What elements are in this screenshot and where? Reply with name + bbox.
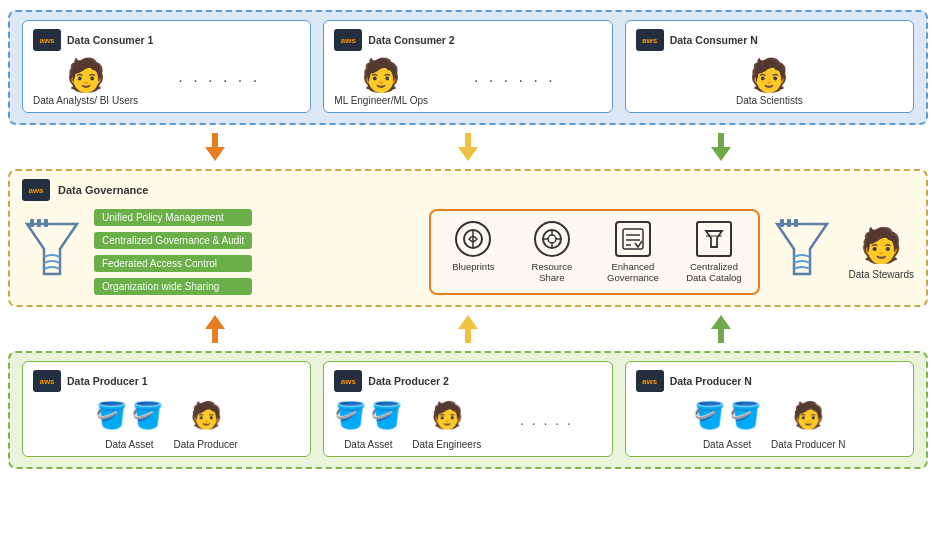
producer-1-person-icon: 🧑 xyxy=(190,400,222,431)
enhanced-governance-label: Enhanced Governance xyxy=(600,261,665,283)
producer-box-2: aws Data Producer 2 🪣 🪣 Data Asset 🧑 Dat… xyxy=(323,361,612,457)
consumer-n-person-icon: 🧑 xyxy=(749,59,789,91)
arrows-down-row xyxy=(8,133,928,161)
data-stewards-icon: 🧑 xyxy=(860,225,902,265)
arrow-down-2 xyxy=(458,133,478,161)
producers-inner: aws Data Producer 1 🪣 🪣 Data Asset 🧑 Dat… xyxy=(22,361,914,457)
arrow-up-2 xyxy=(458,315,478,343)
diagram-wrapper: aws Data Consumer 1 🧑 Data Analysts/ BI … xyxy=(8,10,928,469)
governance-title: Data Governance xyxy=(58,184,148,196)
svg-marker-15 xyxy=(706,231,722,247)
aws-badge-consumer-n: aws xyxy=(636,29,664,51)
bucket-icon-nb: 🪣 xyxy=(729,400,761,431)
producer-n-title: Data Producer N xyxy=(670,375,752,387)
producer-box-1: aws Data Producer 1 🪣 🪣 Data Asset 🧑 Dat… xyxy=(22,361,311,457)
producer-2-buckets: 🪣 🪣 xyxy=(334,400,402,431)
svg-rect-18 xyxy=(780,219,784,227)
aws-badge-consumer-2: aws xyxy=(334,29,362,51)
producer-2-title: Data Producer 2 xyxy=(368,375,449,387)
arrow-up-3 xyxy=(711,315,731,343)
bucket-icon-2a: 🪣 xyxy=(334,400,366,431)
consumer-1-header: aws Data Consumer 1 xyxy=(33,29,153,51)
producer-n-user-label: Data Producer N xyxy=(771,439,845,450)
consumer-2-dots: · · · · · · xyxy=(428,72,602,90)
gov-left-panel: Unified Policy Management Centralized Go… xyxy=(22,209,417,295)
bucket-icon-1b: 🪣 xyxy=(131,400,163,431)
producers-section: aws Data Producer 1 🪣 🪣 Data Asset 🧑 Dat… xyxy=(8,351,928,469)
consumer-2-person-icon: 🧑 xyxy=(361,59,401,91)
producer-2-header: aws Data Producer 2 xyxy=(334,370,449,392)
data-stewards-label: Data Stewards xyxy=(848,269,914,280)
gov-right-funnel-icon xyxy=(772,219,832,286)
producer-n-header: aws Data Producer N xyxy=(636,370,752,392)
consumer-box-n: aws Data Consumer N 🧑 Data Scientists xyxy=(625,20,914,113)
arrow-down-1 xyxy=(205,133,225,161)
gov-icon-resource-share: Resource Share xyxy=(519,221,584,283)
producer-2-dots: · · · · · xyxy=(491,415,601,431)
bucket-icon-1a: 🪣 xyxy=(95,400,127,431)
aws-badge-producer-1: aws xyxy=(33,370,61,392)
policy-item-0: Unified Policy Management xyxy=(94,209,252,226)
gov-icon-blueprints: Blueprints xyxy=(443,221,503,272)
producer-box-n: aws Data Producer N 🪣 🪣 Data Asset 🧑 Dat… xyxy=(625,361,914,457)
producer-2-asset-group: 🪣 🪣 Data Asset xyxy=(334,400,402,450)
consumer-n-title: Data Consumer N xyxy=(670,34,758,46)
aws-badge-producer-2: aws xyxy=(334,370,362,392)
producer-1-buckets: 🪣 🪣 xyxy=(95,400,163,431)
consumer-1-dots: · · · · · · xyxy=(138,72,300,90)
consumer-1-title: Data Consumer 1 xyxy=(67,34,153,46)
producer-1-user-label: Data Producer xyxy=(173,439,237,450)
producer-n-buckets: 🪣 🪣 xyxy=(693,400,761,431)
producer-n-person-icon: 🧑 xyxy=(792,400,824,431)
svg-rect-1 xyxy=(30,219,34,227)
producer-2-user-label: Data Engineers xyxy=(412,439,481,450)
policy-item-1: Centralized Governance & Audit xyxy=(94,232,252,249)
aws-badge-producer-n: aws xyxy=(636,370,664,392)
blueprints-label: Blueprints xyxy=(452,261,494,272)
consumer-box-2: aws Data Consumer 2 🧑 ML Engineer/ML Ops… xyxy=(323,20,612,113)
aws-badge-governance: aws xyxy=(22,179,50,201)
consumers-section: aws Data Consumer 1 🧑 Data Analysts/ BI … xyxy=(8,10,928,125)
consumer-2-header: aws Data Consumer 2 xyxy=(334,29,454,51)
consumer-box-1: aws Data Consumer 1 🧑 Data Analysts/ BI … xyxy=(22,20,311,113)
svg-rect-12 xyxy=(623,229,643,249)
consumer-n-user-label: Data Scientists xyxy=(736,95,803,106)
arrow-down-3 xyxy=(711,133,731,161)
producer-1-user-group: 🧑 Data Producer xyxy=(173,400,237,450)
data-catalog-label: Centralized Data Catalog xyxy=(681,261,746,283)
consumer-1-person-icon: 🧑 xyxy=(66,59,106,91)
aws-badge-consumer-1: aws xyxy=(33,29,61,51)
producer-n-icons: 🪣 🪣 Data Asset 🧑 Data Producer N xyxy=(693,400,845,450)
gov-center-icons: Blueprints xyxy=(443,221,746,283)
arrow-up-1 xyxy=(205,315,225,343)
blueprints-icon xyxy=(455,221,491,257)
svg-rect-3 xyxy=(44,219,48,227)
producer-2-user-group: 🧑 Data Engineers xyxy=(412,400,481,450)
producer-n-asset-label: Data Asset xyxy=(703,439,751,450)
policy-item-2: Federated Access Control xyxy=(94,255,252,272)
consumer-2-title: Data Consumer 2 xyxy=(368,34,454,46)
enhanced-governance-icon xyxy=(615,221,651,257)
governance-header: aws Data Governance xyxy=(22,179,914,201)
svg-rect-2 xyxy=(37,219,41,227)
producer-n-asset-group: 🪣 🪣 Data Asset xyxy=(693,400,761,450)
gov-funnel-icon xyxy=(22,219,82,286)
gov-right-panel: 🧑 Data Stewards xyxy=(772,219,914,286)
consumer-2-user-label: ML Engineer/ML Ops xyxy=(334,95,428,106)
resource-share-label: Resource Share xyxy=(519,261,584,283)
policy-list: Unified Policy Management Centralized Go… xyxy=(94,209,252,295)
resource-share-icon xyxy=(534,221,570,257)
bucket-icon-2b: 🪣 xyxy=(370,400,402,431)
svg-rect-19 xyxy=(787,219,791,227)
producer-2-asset-label: Data Asset xyxy=(344,439,392,450)
producer-n-user-group: 🧑 Data Producer N xyxy=(771,400,845,450)
data-stewards-group: 🧑 Data Stewards xyxy=(848,225,914,280)
svg-rect-20 xyxy=(794,219,798,227)
svg-point-7 xyxy=(548,235,556,243)
gov-center-panel: Blueprints xyxy=(429,209,760,295)
policy-item-3: Organization wide Sharing xyxy=(94,278,252,295)
consumer-1-user-label: Data Analysts/ BI Users xyxy=(33,95,138,106)
producer-1-title: Data Producer 1 xyxy=(67,375,148,387)
producer-2-person-icon: 🧑 xyxy=(431,400,463,431)
producer-1-icons: 🪣 🪣 Data Asset 🧑 Data Producer xyxy=(95,400,237,450)
